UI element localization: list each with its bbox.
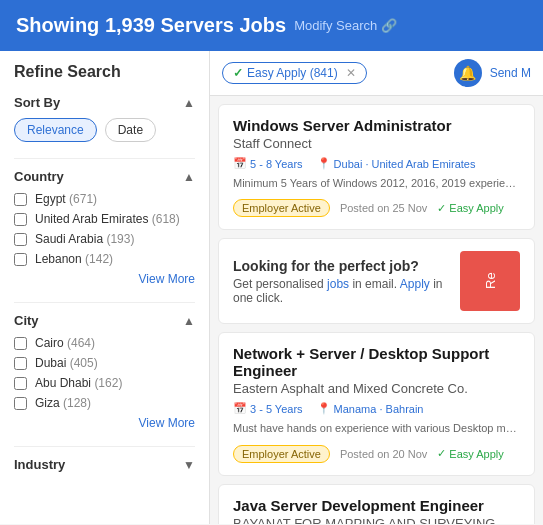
sort-relevance-button[interactable]: Relevance xyxy=(14,118,97,142)
country-label: Country xyxy=(14,169,64,184)
content-area: ✓ Easy Apply (841) ✕ 🔔 Send M Windows Se… xyxy=(210,51,543,524)
check-small-icon: ✓ xyxy=(437,202,446,215)
sort-by-header: Sort By ▲ xyxy=(14,95,195,110)
easy-apply-tag-2[interactable]: ✓ Easy Apply xyxy=(437,447,503,460)
check-small-icon-2: ✓ xyxy=(437,447,446,460)
city-view-more[interactable]: View More xyxy=(14,416,195,430)
city-item-dubai: Dubai (405) xyxy=(14,356,195,370)
country-item-lebanon: Lebanon (142) xyxy=(14,252,195,266)
industry-chevron[interactable]: ▼ xyxy=(183,458,195,472)
sort-date-button[interactable]: Date xyxy=(105,118,156,142)
job-company-2: Eastern Asphalt and Mixed Concrete Co. xyxy=(233,381,520,396)
country-checkbox-uae[interactable] xyxy=(14,213,27,226)
city-item-abudhabi: Abu Dhabi (162) xyxy=(14,376,195,390)
city-chevron[interactable]: ▲ xyxy=(183,314,195,328)
page-header: Showing 1,939 Servers Jobs Modify Search… xyxy=(0,0,543,51)
city-item-giza: Giza (128) xyxy=(14,396,195,410)
job-footer-2: Employer Active Posted on 20 Nov ✓ Easy … xyxy=(233,445,520,463)
city-checkbox-dubai[interactable] xyxy=(14,357,27,370)
country-header: Country ▲ xyxy=(14,169,195,184)
easy-apply-filter-chip[interactable]: ✓ Easy Apply (841) ✕ xyxy=(222,62,367,84)
city-label: City xyxy=(14,313,39,328)
job-location-2: 📍 Manama · Bahrain xyxy=(317,402,424,415)
bell-alert-button[interactable]: 🔔 xyxy=(454,59,482,87)
country-item-egypt: Egypt (671) xyxy=(14,192,195,206)
perfect-job-subtitle: Get personalised jobs in email. Apply in… xyxy=(233,277,460,305)
pin-icon-2: 📍 xyxy=(317,402,331,415)
link-icon: 🔗 xyxy=(381,18,397,33)
main-layout: Refine Search Sort By ▲ Relevance Date C… xyxy=(0,51,543,524)
apply-link[interactable]: Apply xyxy=(400,277,430,291)
job-experience-1: 📅 5 - 8 Years xyxy=(233,157,303,170)
job-card-1: Windows Server Administrator Staff Conne… xyxy=(218,104,535,230)
job-desc-1: Minimum 5 Years of Windows 2012, 2016, 2… xyxy=(233,176,520,191)
pin-icon: 📍 xyxy=(317,157,331,170)
jobs-link[interactable]: jobs xyxy=(327,277,349,291)
sort-by-chevron[interactable]: ▲ xyxy=(183,96,195,110)
calendar-icon-2: 📅 xyxy=(233,402,247,415)
easy-apply-chip-label: Easy Apply (841) xyxy=(247,66,338,80)
employer-active-badge-1: Employer Active xyxy=(233,199,330,217)
job-location-1: 📍 Dubai · United Arab Emirates xyxy=(317,157,476,170)
check-icon: ✓ xyxy=(233,66,243,80)
city-checkbox-giza[interactable] xyxy=(14,397,27,410)
bell-icon: 🔔 xyxy=(459,65,476,81)
job-desc-2: Must have hands on experience with vario… xyxy=(233,421,520,436)
filter-bar: ✓ Easy Apply (841) ✕ 🔔 Send M xyxy=(210,51,543,96)
easy-apply-tag-1[interactable]: ✓ Easy Apply xyxy=(437,202,503,215)
industry-label: Industry xyxy=(14,457,65,472)
calendar-icon: 📅 xyxy=(233,157,247,170)
job-meta-2: 📅 3 - 5 Years 📍 Manama · Bahrain xyxy=(233,402,520,415)
sidebar: Refine Search Sort By ▲ Relevance Date C… xyxy=(0,51,210,524)
register-button[interactable]: Re xyxy=(460,251,520,311)
city-section: City ▲ Cairo (464) Dubai (405) Abu Dhabi… xyxy=(14,313,195,430)
sort-by-label: Sort By xyxy=(14,95,60,110)
perfect-job-title: Looking for the perfect job? xyxy=(233,258,460,274)
sidebar-title: Refine Search xyxy=(14,63,195,81)
country-item-saudi: Saudi Arabia (193) xyxy=(14,232,195,246)
industry-section: Industry ▼ xyxy=(14,457,195,472)
perfect-job-card: Looking for the perfect job? Get persona… xyxy=(218,238,535,324)
posted-date-1: Posted on 25 Nov xyxy=(340,202,427,214)
perfect-job-text: Looking for the perfect job? Get persona… xyxy=(233,258,460,305)
chip-remove-icon[interactable]: ✕ xyxy=(346,66,356,80)
country-section: Country ▲ Egypt (671) United Arab Emirat… xyxy=(14,169,195,286)
country-checkbox-saudi[interactable] xyxy=(14,233,27,246)
page-title: Showing 1,939 Servers Jobs xyxy=(16,14,286,37)
city-checkbox-abudhabi[interactable] xyxy=(14,377,27,390)
modify-search-link[interactable]: Modify Search 🔗 xyxy=(294,18,397,33)
city-header: City ▲ xyxy=(14,313,195,328)
country-chevron[interactable]: ▲ xyxy=(183,170,195,184)
job-title-3[interactable]: Java Server Development Engineer xyxy=(233,497,520,514)
job-meta-1: 📅 5 - 8 Years 📍 Dubai · United Arab Emir… xyxy=(233,157,520,170)
city-checkbox-cairo[interactable] xyxy=(14,337,27,350)
job-company-3: BAYANAT FOR MAPPING AND SURVEYING SERVIC… xyxy=(233,516,520,524)
sort-by-section: Sort By ▲ Relevance Date xyxy=(14,95,195,142)
job-title-2[interactable]: Network + Server / Desktop Support Engin… xyxy=(233,345,520,379)
job-experience-2: 📅 3 - 5 Years xyxy=(233,402,303,415)
employer-active-badge-2: Employer Active xyxy=(233,445,330,463)
country-item-uae: United Arab Emirates (618) xyxy=(14,212,195,226)
send-me-label[interactable]: Send M xyxy=(490,66,531,80)
country-checkbox-lebanon[interactable] xyxy=(14,253,27,266)
sort-by-options: Relevance Date xyxy=(14,118,195,142)
country-checkbox-egypt[interactable] xyxy=(14,193,27,206)
country-view-more[interactable]: View More xyxy=(14,272,195,286)
posted-date-2: Posted on 20 Nov xyxy=(340,448,427,460)
job-footer-1: Employer Active Posted on 25 Nov ✓ Easy … xyxy=(233,199,520,217)
job-company-1: Staff Connect xyxy=(233,136,520,151)
job-title-1[interactable]: Windows Server Administrator xyxy=(233,117,520,134)
city-item-cairo: Cairo (464) xyxy=(14,336,195,350)
job-card-2: Network + Server / Desktop Support Engin… xyxy=(218,332,535,475)
industry-header: Industry ▼ xyxy=(14,457,195,472)
job-card-3: Java Server Development Engineer BAYANAT… xyxy=(218,484,535,524)
